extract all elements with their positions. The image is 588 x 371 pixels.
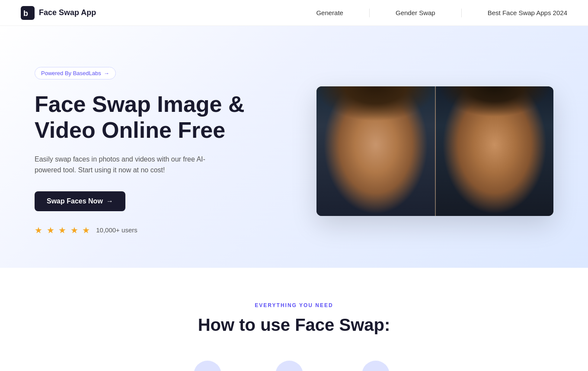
hero-title-line1: Face Swap Image & <box>35 92 245 117</box>
hero-subtitle: Easily swap faces in photos and videos w… <box>35 154 225 176</box>
cta-arrow-icon: → <box>106 197 113 205</box>
step-3-number: 3. <box>372 369 380 371</box>
section-title-text: How to use Face Swap: <box>35 315 553 335</box>
powered-by-text: Powered By BasedLabs <box>41 70 101 76</box>
face-portrait-before <box>316 86 435 216</box>
step-2: 2. Select Faces <box>270 361 308 371</box>
nav-links: Generate Gender Swap Best Face Swap Apps… <box>316 9 567 17</box>
nav-link-best-apps[interactable]: Best Face Swap Apps 2024 <box>488 9 567 16</box>
step-1: 1. Upload Photo <box>188 361 227 371</box>
face-swap-preview-image <box>316 86 553 216</box>
face-before-image <box>316 86 435 216</box>
brand-name-text: Face Swap App <box>39 8 96 17</box>
powered-by-badge[interactable]: Powered By BasedLabs → <box>35 67 116 79</box>
hero-image-container <box>259 86 553 216</box>
cta-button-label: Swap Faces Now <box>47 197 103 205</box>
nav-divider-2 <box>461 9 462 17</box>
brand-logo-icon: b <box>21 6 35 20</box>
nav-divider-1 <box>369 9 370 17</box>
steps-container: 1. Upload Photo 2. Select Faces 3. Downl… <box>35 361 553 371</box>
badge-arrow-icon: → <box>104 70 109 76</box>
how-to-section: EVERYTHING YOU NEED How to use Face Swap… <box>0 268 588 371</box>
hero-content: Powered By BasedLabs → Face Swap Image &… <box>35 67 259 235</box>
hero-section: Powered By BasedLabs → Face Swap Image &… <box>0 26 588 268</box>
section-tag-text: EVERYTHING YOU NEED <box>35 302 553 308</box>
step-1-circle: 1. <box>194 361 221 371</box>
swap-faces-cta-button[interactable]: Swap Faces Now → <box>35 191 125 211</box>
nav-link-generate[interactable]: Generate <box>316 9 343 16</box>
navbar: b Face Swap App Generate Gender Swap Bes… <box>0 0 588 26</box>
hero-title-line2: Video Online Free <box>35 117 225 143</box>
step-2-circle: 2. <box>275 361 303 371</box>
hero-title: Face Swap Image & Video Online Free <box>35 92 259 143</box>
face-after-image <box>435 86 553 216</box>
step-3: 3. Download Result <box>351 361 400 371</box>
svg-text:b: b <box>23 9 28 18</box>
social-proof: ★ ★ ★ ★ ★ 10,000+ users <box>35 225 259 235</box>
step-3-circle: 3. <box>362 361 390 371</box>
nav-link-gender-swap[interactable]: Gender Swap <box>396 9 435 16</box>
step-2-number: 2. <box>285 369 293 371</box>
nav-brand[interactable]: b Face Swap App <box>21 6 96 20</box>
users-count-text: 10,000+ users <box>96 226 137 234</box>
step-1-number: 1. <box>204 369 211 371</box>
face-portrait-after <box>436 86 553 216</box>
star-rating: ★ ★ ★ ★ ★ <box>35 225 91 235</box>
